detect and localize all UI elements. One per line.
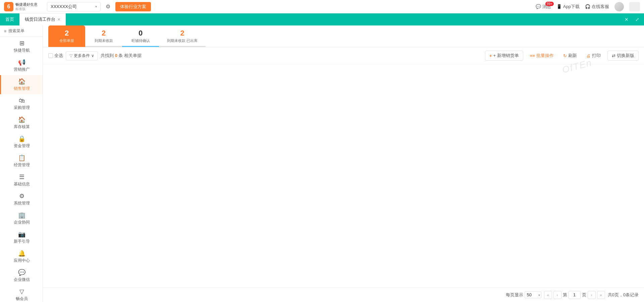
- purchase-icon: 🛍: [19, 98, 25, 104]
- sidebar-item-quick-nav[interactable]: ⊞ 快捷导航: [0, 37, 43, 56]
- sidebar-item-operations[interactable]: 📋 经营管理: [0, 152, 43, 171]
- batch-icon: ≡≡: [530, 53, 535, 58]
- sidebar-item-purchase[interactable]: 🛍 采购管理: [0, 94, 43, 113]
- tab-close-icon[interactable]: ✕: [57, 17, 60, 22]
- message-icon: 💬: [536, 4, 541, 9]
- sales-icon: 🏠: [18, 78, 25, 84]
- first-page-button[interactable]: «: [544, 291, 552, 299]
- sidebar-item-system[interactable]: ⚙ 系统管理: [0, 190, 43, 209]
- pagination-bar: 每页显示 50 10 20 100 « ‹ 第 页 › »: [43, 287, 644, 302]
- guide-icon: 📷: [18, 231, 25, 237]
- sidebar-item-guide[interactable]: 📷 新手引导: [0, 228, 43, 247]
- prev-page-button[interactable]: ‹: [553, 291, 561, 299]
- plus-icon: +: [489, 53, 492, 58]
- sidebar-item-enterprise[interactable]: 🏢 企业协同: [0, 209, 43, 228]
- tab-home[interactable]: 首页: [0, 13, 19, 25]
- main-content: 2 全部单据 2 到期未收款 0 旺辅待确认 2 到期未收款 已出库 全选: [43, 25, 644, 302]
- found-count-text: 共找到 0 条 相关单据: [101, 53, 142, 59]
- page-size-select-wrapper[interactable]: 50 10 20 100: [525, 291, 541, 298]
- message-button[interactable]: 💬 消息 99+: [536, 4, 551, 10]
- message-badge: 99+: [545, 2, 554, 6]
- empty-state: [43, 64, 644, 287]
- operations-icon: 📋: [18, 155, 25, 161]
- capital-icon: 🔒: [18, 136, 25, 142]
- inventory-icon: 🏠: [18, 117, 25, 123]
- tab-workbench[interactable]: 钱货日清工作台 ✕: [19, 13, 66, 25]
- marketing-icon: 📢: [18, 59, 25, 65]
- sidebar: ≡ 搜索菜单 ⊞ 快捷导航 📢 营销推广 🏠 销售管理 🛍 采购管理 🏠 库存核…: [0, 25, 43, 302]
- sidebar-item-app-center[interactable]: 🔔 应用中心: [0, 247, 43, 266]
- sidebar-item-sales[interactable]: 🏠 销售管理: [0, 75, 43, 94]
- logo-text: 畅捷通好生意 标准版: [15, 2, 38, 11]
- batch-operation-button[interactable]: ≡≡ 批量操作: [527, 51, 556, 60]
- sidebar-item-member[interactable]: ▽ 畅会员: [0, 285, 43, 302]
- app-download-button[interactable]: 📱 App下载: [556, 4, 580, 10]
- content-area: [43, 64, 644, 287]
- avatar[interactable]: [614, 2, 624, 11]
- filter-button[interactable]: ▽ 更多条件 ∨: [66, 51, 98, 60]
- last-page-button[interactable]: »: [597, 291, 605, 299]
- app-center-icon: 🔔: [18, 250, 25, 256]
- page-number-input[interactable]: [569, 291, 581, 299]
- stat-tab-unshipped[interactable]: 2 到期未收款 已出库: [159, 25, 206, 47]
- sidebar-search[interactable]: ≡ 搜索菜单: [0, 25, 43, 37]
- quick-nav-icon: ⊞: [19, 40, 24, 46]
- system-icon: ⚙: [19, 193, 24, 199]
- toolbar: 全选 ▽ 更多条件 ∨ 共找到 0 条 相关单据 + + 新增销货单 ≡≡: [43, 47, 644, 64]
- user-name-placeholder: [629, 2, 640, 11]
- enterprise-icon: 🏢: [18, 212, 25, 218]
- sidebar-item-basic-info[interactable]: ☰ 基础信息: [0, 171, 43, 190]
- stat-tab-all[interactable]: 2 全部单据: [48, 25, 85, 47]
- toolbar-right: + + 新增销货单 ≡≡ 批量操作 ↻ 刷新 🖨 打印 ⇄ 切换新版: [485, 51, 639, 61]
- stat-tab-pending[interactable]: 0 旺辅待确认: [122, 25, 159, 47]
- wechat-icon: 💬: [18, 269, 25, 276]
- page-size-selector: 每页显示 50 10 20 100: [506, 291, 541, 298]
- filter-icon: ▽: [69, 53, 72, 58]
- sidebar-item-inventory[interactable]: 🏠 库存核算: [0, 113, 43, 132]
- tab-bar: 首页 钱货日清工作台 ✕ ✕ ⤢: [0, 13, 644, 25]
- sidebar-item-capital[interactable]: 🔒 资金管理: [0, 132, 43, 152]
- avatar-image: [614, 2, 624, 11]
- tab-expand-icon[interactable]: ⤢: [633, 15, 641, 23]
- logo-area: 6 畅捷通好生意 标准版: [4, 2, 47, 11]
- trial-button[interactable]: 体验行业方案: [115, 2, 151, 11]
- chevron-down-icon: ▾: [95, 5, 97, 8]
- page-size-select[interactable]: 50 10 20 100: [525, 291, 541, 298]
- tab-bar-actions: ✕ ⤢: [623, 15, 644, 23]
- company-selector[interactable]: XXXXXX公司 ▾: [47, 2, 101, 11]
- sidebar-item-marketing[interactable]: 📢 营销推广: [0, 56, 43, 75]
- filter-chevron-icon: ∨: [91, 53, 94, 58]
- service-icon: 🎧: [585, 4, 590, 9]
- stats-tabs: 2 全部单据 2 到期未收款 0 旺辅待确认 2 到期未收款 已出库: [43, 25, 644, 47]
- switch-icon: ⇄: [612, 53, 615, 58]
- print-icon: 🖨: [586, 53, 591, 58]
- refresh-button[interactable]: ↻ 刷新: [560, 51, 580, 60]
- select-all-checkbox[interactable]: 全选: [48, 53, 63, 59]
- print-button[interactable]: 🖨 打印: [584, 51, 603, 60]
- member-icon: ▽: [19, 289, 24, 295]
- new-sales-order-button[interactable]: + + 新增销货单: [485, 51, 523, 61]
- next-page-button[interactable]: ›: [588, 291, 596, 299]
- sidebar-item-wechat[interactable]: 💬 企业微信: [0, 266, 43, 285]
- page-navigation: « ‹ 第 页 › »: [544, 291, 605, 299]
- tab-close-window-icon[interactable]: ✕: [623, 15, 631, 23]
- search-menu-icon: ≡: [4, 29, 6, 34]
- online-service-button[interactable]: 🎧 在线客服: [585, 4, 609, 10]
- download-icon: 📱: [556, 4, 562, 9]
- top-bar-right: 💬 消息 99+ 📱 App下载 🎧 在线客服: [536, 2, 640, 11]
- switch-new-version-button[interactable]: ⇄ 切换新版: [607, 51, 639, 61]
- checkbox-box[interactable]: [48, 53, 53, 58]
- logo-icon: 6: [4, 2, 13, 11]
- app-body: ≡ 搜索菜单 ⊞ 快捷导航 📢 营销推广 🏠 销售管理 🛍 采购管理 🏠 库存核…: [0, 25, 644, 302]
- page-total: 共0页，0条记录: [608, 292, 639, 298]
- stat-tab-overdue[interactable]: 2 到期未收款: [85, 25, 122, 47]
- settings-icon[interactable]: ⚙: [103, 1, 113, 12]
- top-bar: 6 畅捷通好生意 标准版 XXXXXX公司 ▾ ⚙ 体验行业方案 💬 消息 99…: [0, 0, 644, 13]
- refresh-icon: ↻: [563, 53, 567, 58]
- basic-info-icon: ☰: [19, 174, 24, 180]
